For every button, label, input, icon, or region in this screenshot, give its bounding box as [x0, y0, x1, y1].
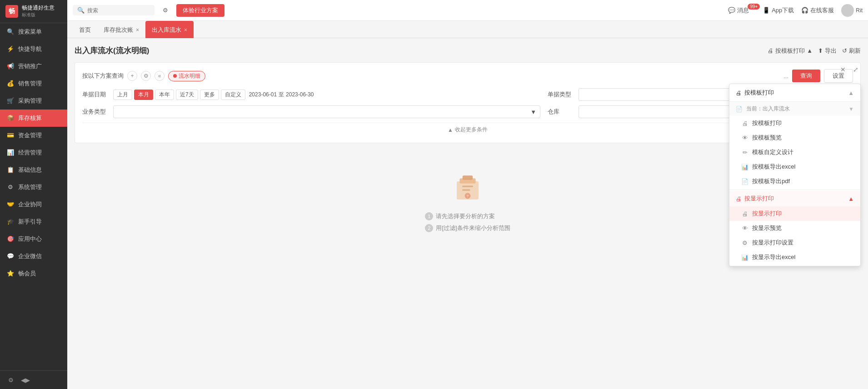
- item-label: 模板自定义设计: [752, 148, 793, 156]
- footer-settings-icon[interactable]: ⚙: [6, 375, 15, 384]
- export-btn[interactable]: ⬆ 导出: [818, 47, 837, 55]
- design-icon: ✏: [741, 149, 748, 156]
- service-icon: 🎧: [801, 7, 808, 14]
- window-controls: ✕ ⤢: [838, 65, 861, 75]
- dropdown-item-pdf-template[interactable]: 📄 按模板导出pdf: [729, 174, 860, 189]
- filter-collapse-btn[interactable]: «: [155, 71, 165, 81]
- window-maximize-btn[interactable]: ⤢: [851, 65, 861, 75]
- preview-icon: 👁: [741, 224, 748, 232]
- chevron-up-icon[interactable]: ▲: [848, 90, 854, 96]
- trial-button[interactable]: 体验行业方案: [176, 4, 224, 17]
- dropdown-item-print-display[interactable]: 🖨 按显示打印: [729, 206, 860, 221]
- dropdown-header-label: 按模板打印: [744, 89, 774, 97]
- sidebar-item-inventory[interactable]: 📦 库存核算: [0, 110, 67, 127]
- filter-tag[interactable]: 流水明细: [168, 71, 205, 81]
- sidebar-item-operation[interactable]: 📊 经营管理: [0, 144, 67, 161]
- date-to: 2023-06-30: [286, 91, 314, 98]
- printer-icon: 🖨: [768, 47, 773, 54]
- dropdown-item-preview-display[interactable]: 👁 按显示预览: [729, 221, 860, 235]
- filter-set-btn[interactable]: ⚙: [141, 71, 151, 81]
- empty-illustration: ?: [449, 170, 486, 207]
- item-label: 按显示导出excel: [752, 253, 795, 261]
- message-btn[interactable]: 💬 消息 99+: [728, 6, 755, 15]
- sidebar-item-purchase[interactable]: 🛒 采购管理: [0, 92, 67, 110]
- biz-type-select[interactable]: ▼: [113, 105, 540, 118]
- sidebar: 畅 畅捷通好生意 标准版 🔍 搜索菜单 ⚡ 快捷导航 📢 营销推广 💰 销售管理…: [0, 0, 67, 389]
- sidebar-item-marketing[interactable]: 📢 营销推广: [0, 58, 67, 75]
- date-this-month-btn[interactable]: 本月: [134, 90, 153, 100]
- date-7days-btn[interactable]: 近7天: [176, 90, 198, 100]
- chevron-up-icon: ▲: [848, 195, 854, 202]
- inventory-icon: 📦: [6, 114, 15, 122]
- page-header: 出入库流水(流水明细) 🖨 按模板打印 ▲ ⬆ 导出 ↺ 刷新: [75, 45, 861, 56]
- sidebar-item-quick-nav[interactable]: ⚡ 快捷导航: [0, 40, 67, 58]
- dropdown-item-pdf-display[interactable]: 📄 按显示导出pdf: [729, 264, 860, 266]
- dropdown-item-print-template[interactable]: 🖨 按模板打印: [729, 116, 860, 130]
- tab-home[interactable]: 首页: [73, 21, 97, 38]
- footer-collapse-icon[interactable]: ◀▶: [21, 375, 30, 384]
- window-close-btn[interactable]: ✕: [838, 65, 848, 75]
- chevron-up-icon: ▲: [448, 127, 453, 133]
- chevron-up-icon: ▲: [807, 47, 813, 54]
- sidebar-item-wechat[interactable]: 💬 企业微信: [0, 248, 67, 265]
- filter-add-btn[interactable]: +: [127, 71, 137, 81]
- excel-icon: 📊: [741, 163, 748, 170]
- sidebar-item-sales[interactable]: 💰 销售管理: [0, 75, 67, 92]
- print-template-btn[interactable]: 🖨 按模板打印 ▲: [768, 47, 813, 55]
- sidebar-item-guide[interactable]: 🎓 新手引导: [0, 213, 67, 230]
- sidebar-item-basic[interactable]: 📋 基础信息: [0, 161, 67, 179]
- user-profile[interactable]: Rit: [841, 4, 863, 17]
- svg-rect-3: [462, 186, 473, 187]
- search-box[interactable]: 🔍: [73, 5, 155, 15]
- search-input[interactable]: [87, 7, 142, 14]
- sidebar-item-label: 搜索菜单: [18, 28, 42, 36]
- sidebar-item-label: 销售管理: [18, 80, 42, 88]
- biz-type-chevron: ▼: [530, 109, 536, 115]
- app-download-btn[interactable]: 📱 App下载: [763, 6, 794, 15]
- sidebar-item-member[interactable]: ⭐ 畅会员: [0, 265, 67, 282]
- print-icon: 🖨: [741, 210, 748, 217]
- member-icon: ⭐: [6, 269, 15, 278]
- tab-batch-label: 库存批次账: [104, 26, 133, 34]
- sidebar-item-label: 畅会员: [18, 269, 36, 278]
- date-this-year-btn[interactable]: 本年: [155, 90, 174, 100]
- sidebar-item-system[interactable]: ⚙ 系统管理: [0, 179, 67, 196]
- tab-batch-account[interactable]: 库存批次账 ×: [97, 21, 145, 38]
- online-service-btn[interactable]: 🎧 在线客服: [801, 6, 834, 15]
- display-section-header[interactable]: 🖨 按显示打印 ▲: [729, 191, 860, 206]
- sidebar-item-label: 企业协同: [18, 200, 42, 209]
- dropdown-item-preview-template[interactable]: 👁 按模板预览: [729, 130, 860, 145]
- dropdown-current[interactable]: 📄 当前：出入库流水 ▼: [729, 102, 860, 116]
- sidebar-item-collab[interactable]: 🤝 企业协同: [0, 196, 67, 213]
- empty-hint-2: 2 用[过滤]条件来缩小分析范围: [425, 224, 510, 232]
- date-custom-btn[interactable]: 自定义: [221, 90, 245, 100]
- date-more-btn[interactable]: 更多: [200, 90, 219, 100]
- app-icon: 📱: [763, 7, 770, 14]
- refresh-btn[interactable]: ↺ 刷新: [842, 47, 861, 55]
- page-title: 出入库流水(流水明细): [75, 45, 149, 56]
- sidebar-item-label: 经营管理: [18, 149, 42, 157]
- dropdown-item-print-settings-display[interactable]: ⚙ 按显示打印设置: [729, 235, 860, 250]
- date-prev-month-btn[interactable]: 上月: [113, 90, 132, 100]
- more-actions-icon[interactable]: ...: [783, 73, 788, 80]
- current-label: 当前：出入库流水: [746, 105, 790, 113]
- dropdown-item-excel-display[interactable]: 📊 按显示导出excel: [729, 250, 860, 264]
- doc-type-label: 单据类型: [548, 90, 575, 99]
- dropdown-item-custom-template[interactable]: ✏ 模板自定义设计: [729, 145, 860, 160]
- guide-icon: 🎓: [6, 218, 15, 226]
- tab-flow[interactable]: 出入库流水 ×: [145, 21, 194, 38]
- gear-icon[interactable]: ⚙: [159, 4, 172, 17]
- current-arrow: ▼: [848, 106, 854, 112]
- collab-icon: 🤝: [6, 200, 15, 209]
- query-btn[interactable]: 查询: [792, 70, 820, 82]
- tab-close-batch[interactable]: ×: [136, 27, 139, 33]
- tab-close-flow[interactable]: ×: [184, 27, 187, 33]
- sidebar-item-search[interactable]: 🔍 搜索菜单: [0, 23, 67, 40]
- date-label: 单据日期: [82, 90, 110, 99]
- sidebar-item-finance[interactable]: 💳 资金管理: [0, 127, 67, 144]
- sidebar-item-apps[interactable]: 🎯 应用中心: [0, 230, 67, 248]
- sidebar-item-label: 库存核算: [18, 114, 42, 122]
- svg-text:?: ?: [467, 194, 469, 198]
- print-dropdown-panel: 🖨 按模板打印 ▲ 📄 当前：出入库流水 ▼ 🖨 按模板打印: [729, 84, 861, 266]
- dropdown-item-excel-template[interactable]: 📊 按模板导出excel: [729, 160, 860, 174]
